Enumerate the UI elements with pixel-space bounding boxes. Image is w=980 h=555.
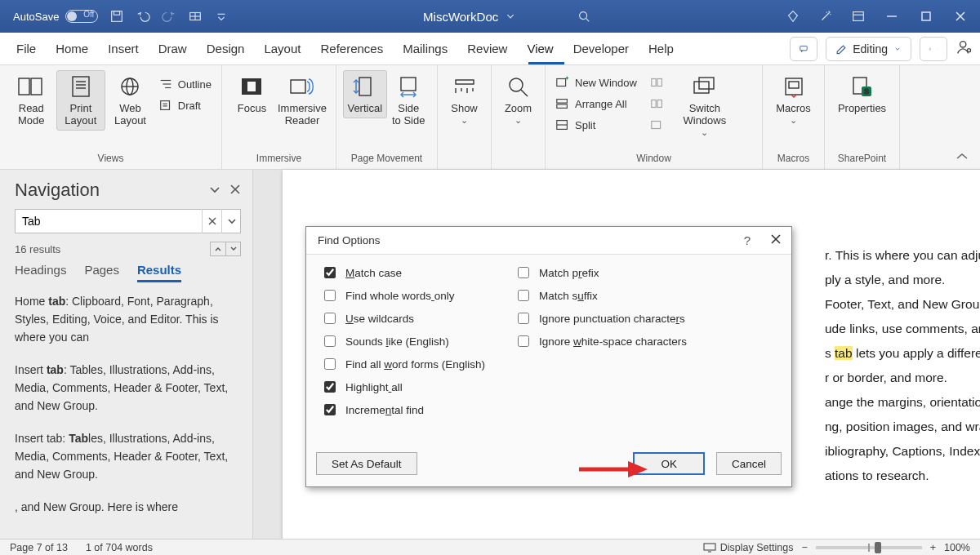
arrange-all-button[interactable]: Arrange All	[552, 93, 640, 114]
ok-button[interactable]: OK	[633, 452, 705, 475]
option-match-prefix[interactable]: Match prefix	[514, 264, 687, 281]
focus-button[interactable]: Focus	[229, 70, 275, 118]
navigation-title: Navigation	[15, 180, 100, 201]
qat-overflow-icon[interactable]	[214, 9, 229, 24]
new-window-button[interactable]: New Window	[552, 72, 640, 93]
display-settings-button[interactable]: Display Settings	[703, 542, 794, 553]
ribbon-tab-help[interactable]: Help	[639, 33, 684, 65]
svg-rect-74	[704, 544, 715, 550]
search-result-item[interactable]: Home tab: Clipboard, Font, Paragraph, St…	[15, 292, 241, 346]
nav-collapse-icon[interactable]	[208, 184, 221, 198]
collapse-ribbon-icon[interactable]	[956, 151, 969, 164]
search-icon[interactable]	[577, 9, 591, 24]
prev-result-icon[interactable]	[211, 242, 225, 255]
svg-point-17	[967, 49, 970, 52]
svg-rect-57	[657, 100, 662, 108]
svg-rect-35	[291, 80, 305, 93]
option-sounds-like-english-[interactable]: Sounds like (English)	[321, 333, 485, 349]
account-icon[interactable]	[956, 38, 973, 59]
ribbon-display-icon[interactable]	[851, 9, 866, 24]
result-count: 16 results	[15, 243, 60, 255]
option-ignore-punctuation-characters[interactable]: Ignore punctuation characters	[514, 310, 687, 326]
nav-close-icon[interactable]	[229, 184, 241, 198]
cancel-button[interactable]: Cancel	[716, 452, 782, 475]
zoom-in-icon[interactable]: +	[930, 542, 936, 553]
chevron-down-icon[interactable]	[503, 9, 518, 24]
maximize-button[interactable]	[918, 8, 934, 24]
ribbon-tab-view[interactable]: View	[517, 33, 563, 65]
zoom-button[interactable]: Zoom⌄	[498, 70, 538, 131]
ribbon-tab-file[interactable]: File	[7, 33, 46, 65]
ribbon-tab-review[interactable]: Review	[457, 33, 517, 65]
document-text-line: ange the margins, orientatio	[825, 392, 965, 413]
close-button[interactable]	[952, 8, 969, 24]
nav-tab-headings[interactable]: Headings	[15, 263, 66, 282]
option-highlight-all[interactable]: Highlight all	[321, 379, 485, 395]
ribbon-tab-home[interactable]: Home	[46, 33, 98, 65]
show-button[interactable]: Show⌄	[444, 70, 484, 131]
status-page[interactable]: Page 7 of 13	[10, 542, 68, 553]
redo-icon[interactable]	[162, 9, 176, 24]
svg-rect-34	[247, 82, 256, 91]
navigation-pane: Navigation 16 results HeadingsPagesResul…	[0, 170, 253, 539]
ribbon-tab-layout[interactable]: Layout	[254, 33, 310, 65]
comments-button[interactable]	[790, 37, 817, 61]
ribbon-tab-insert[interactable]: Insert	[98, 33, 149, 65]
document-name[interactable]: MiscWorkDoc	[423, 10, 498, 24]
option-find-all-word-forms-english-[interactable]: Find all word forms (English)	[321, 356, 485, 372]
svg-rect-30	[160, 101, 169, 110]
nav-tab-results[interactable]: Results	[137, 263, 181, 282]
zoom-out-icon[interactable]: −	[801, 542, 807, 553]
ribbon-tab-design[interactable]: Design	[197, 33, 255, 65]
macros-button[interactable]: Macros⌄	[769, 70, 817, 131]
outline-button[interactable]: Outline	[155, 73, 215, 95]
switch-windows-button[interactable]: SwitchWindows⌄	[675, 70, 735, 143]
split-button[interactable]: Split	[552, 114, 640, 135]
option-match-case[interactable]: Match case	[321, 264, 485, 281]
read-mode-button[interactable]: ReadMode	[7, 70, 56, 131]
clear-search-icon[interactable]	[202, 209, 221, 233]
dialog-close-icon[interactable]	[770, 233, 782, 247]
next-result-icon[interactable]	[225, 242, 240, 255]
wand-icon[interactable]	[818, 9, 833, 24]
autosave-toggle[interactable]: AutoSave Off	[13, 10, 98, 23]
share-button[interactable]	[920, 37, 947, 61]
ribbon-tab-developer[interactable]: Developer	[564, 33, 639, 65]
option-match-suffix[interactable]: Match suffix	[514, 287, 687, 304]
zoom-level[interactable]: 100%	[944, 542, 970, 553]
immersive-reader-button[interactable]: ImmersiveReader	[275, 70, 329, 131]
vertical-button[interactable]: Vertical	[343, 70, 387, 118]
svg-rect-20	[73, 77, 89, 96]
diamond-icon[interactable]	[786, 9, 800, 24]
group-label-immersive: Immersive	[222, 153, 336, 169]
editing-mode-button[interactable]: Editing	[826, 37, 911, 61]
web-layout-button[interactable]: WebLayout	[105, 70, 155, 131]
zoom-slider[interactable]	[816, 546, 922, 549]
search-dropdown-icon[interactable]	[221, 209, 241, 233]
option-ignore-white-space-characters[interactable]: Ignore white-space characters	[514, 333, 687, 349]
set-as-default-button[interactable]: Set As Default	[316, 452, 417, 475]
minimize-button[interactable]	[884, 8, 900, 24]
group-label-macros: Macros	[763, 153, 824, 169]
ribbon-tab-draw[interactable]: Draw	[149, 33, 197, 65]
option-use-wildcards[interactable]: Use wildcards	[321, 310, 485, 326]
search-result-item[interactable]: Insert tab: Tables, Illustrations, Add-i…	[15, 361, 241, 415]
dialog-help-icon[interactable]: ?	[744, 233, 751, 247]
svg-rect-51	[557, 104, 568, 108]
status-words[interactable]: 1 of 704 words	[86, 542, 153, 553]
print-layout-button[interactable]: PrintLayout	[56, 70, 106, 131]
option-find-whole-words-only[interactable]: Find whole words only	[321, 287, 485, 304]
ribbon-tab-mailings[interactable]: Mailings	[393, 33, 457, 65]
properties-button[interactable]: SProperties	[831, 70, 893, 118]
ribbon-tab-references[interactable]: References	[310, 33, 393, 65]
undo-icon[interactable]	[136, 9, 150, 24]
side-to-side-button[interactable]: Sideto Side	[387, 70, 431, 131]
draft-button[interactable]: Draft	[155, 95, 215, 116]
option-incremental-find[interactable]: Incremental find	[321, 402, 485, 418]
search-result-item[interactable]: , and New Group. Here is where	[15, 498, 241, 516]
search-result-item[interactable]: Insert tab: Tables, Illustrations, Add-i…	[15, 429, 241, 483]
document-text-line: ibliography, Captions, Index,	[825, 441, 965, 462]
save-icon[interactable]	[109, 9, 124, 24]
quick-access-icon[interactable]	[188, 9, 203, 24]
nav-tab-pages[interactable]: Pages	[84, 263, 119, 282]
